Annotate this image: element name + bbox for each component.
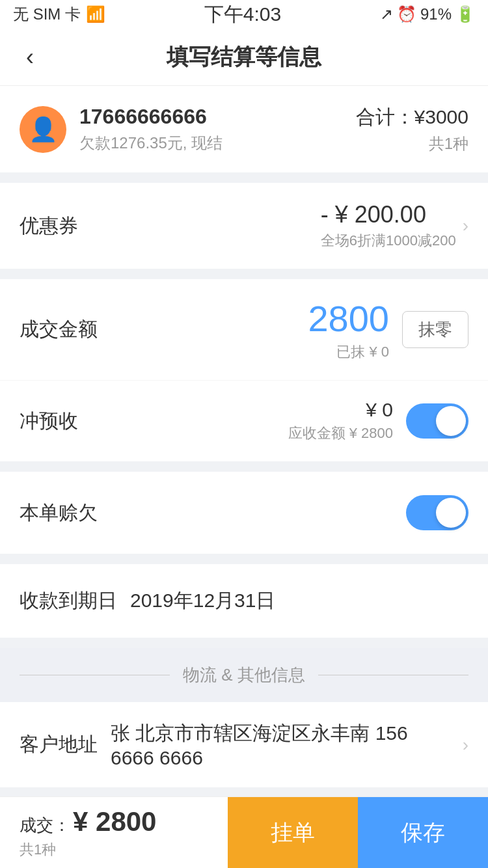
address-chevron-icon: › bbox=[463, 735, 468, 755]
address-label: 客户地址 bbox=[20, 731, 98, 758]
amount-row: 成交金额 2800 已抹 ¥ 0 抹零 bbox=[0, 279, 488, 381]
save-button[interactable]: 保存 bbox=[358, 797, 488, 869]
bottom-count: 共1种 bbox=[20, 840, 208, 860]
prepay-value: ¥ 0 bbox=[288, 399, 393, 421]
coupon-chevron-icon: › bbox=[463, 215, 468, 236]
hang-button[interactable]: 挂单 bbox=[228, 797, 358, 869]
debt-row: 本单赊欠 bbox=[0, 472, 488, 554]
customer-card: 👤 17666666666 欠款1276.35元, 现结 合计：¥3000 共1… bbox=[0, 86, 488, 172]
address-row[interactable]: 客户地址 张 北京市市辖区海淀区永丰南 156 6666 6666 › bbox=[0, 702, 488, 787]
prepay-sub: 应收金额 ¥ 2800 bbox=[288, 424, 393, 443]
no-sim-text: 无 SIM 卡 bbox=[13, 4, 81, 25]
battery-text: 91% bbox=[420, 5, 452, 23]
coupon-row[interactable]: 优惠券 - ¥ 200.00 全场6折满1000减200 › bbox=[0, 183, 488, 269]
bottom-summary: 成交： ¥ 2800 共1种 bbox=[0, 806, 228, 860]
amount-section: 成交金额 2800 已抹 ¥ 0 抹零 冲预收 ¥ 0 应收金额 ¥ 2800 bbox=[0, 279, 488, 461]
status-right: ↗ ⏰ 91% 🔋 bbox=[380, 5, 475, 23]
debt-toggle[interactable] bbox=[406, 495, 468, 530]
coupon-discount: - ¥ 200.00 bbox=[321, 201, 456, 228]
amount-value: 2800 bbox=[308, 297, 389, 340]
debt-toggle-knob bbox=[436, 498, 466, 528]
content-area: 👤 17666666666 欠款1276.35元, 现结 合计：¥3000 共1… bbox=[0, 86, 488, 868]
status-bar: 无 SIM 卡 📶 下午4:03 ↗ ⏰ 91% 🔋 bbox=[0, 0, 488, 29]
battery-icon: 🔋 bbox=[455, 5, 475, 23]
avatar-icon: 👤 bbox=[29, 116, 58, 143]
avatar: 👤 bbox=[20, 106, 66, 153]
bottom-price: ¥ 2800 bbox=[73, 806, 156, 837]
address-value: 张 北京市市辖区海淀区永丰南 156 6666 6666 bbox=[98, 720, 463, 769]
status-left: 无 SIM 卡 📶 bbox=[13, 4, 105, 25]
duedate-label: 收款到期日 bbox=[20, 588, 117, 614]
nav-bar: ‹ 填写结算等信息 bbox=[0, 29, 488, 86]
amount-label: 成交金额 bbox=[20, 316, 98, 343]
toggle-knob bbox=[436, 406, 466, 436]
total-count: 共1种 bbox=[356, 133, 468, 154]
coupon-label: 优惠券 bbox=[20, 213, 78, 239]
amount-sub: 已抹 ¥ 0 bbox=[308, 342, 389, 362]
duedate-row: 收款到期日 2019年12月31日 bbox=[0, 564, 488, 638]
wifi-icon: 📶 bbox=[86, 5, 105, 23]
prepay-right: ¥ 0 应收金额 ¥ 2800 bbox=[288, 399, 468, 443]
divider-line-left bbox=[20, 675, 170, 675]
status-time: 下午4:03 bbox=[204, 1, 281, 28]
coupon-detail: 全场6折满1000减200 bbox=[321, 231, 456, 251]
customer-phone: 17666666666 bbox=[79, 105, 223, 129]
prepay-row: 冲预收 ¥ 0 应收金额 ¥ 2800 bbox=[0, 381, 488, 461]
alarm-icon: ⏰ bbox=[397, 5, 416, 23]
direction-icon: ↗ bbox=[380, 5, 393, 23]
amount-right: 2800 已抹 ¥ 0 抹零 bbox=[308, 297, 468, 362]
prepay-amount: ¥ 0 应收金额 ¥ 2800 bbox=[288, 399, 393, 443]
prepay-label: 冲预收 bbox=[20, 408, 78, 435]
customer-info: 17666666666 欠款1276.35元, 现结 bbox=[79, 105, 223, 154]
logistics-divider: 物流 & 其他信息 bbox=[0, 648, 488, 702]
bottom-bar: 成交： ¥ 2800 共1种 挂单 保存 bbox=[0, 796, 488, 868]
page-title: 填写结算等信息 bbox=[167, 42, 321, 72]
divider-line-right bbox=[318, 675, 468, 675]
debt-label: 本单赊欠 bbox=[20, 500, 98, 526]
prepay-toggle[interactable] bbox=[406, 403, 468, 439]
total-amount: 合计：¥3000 bbox=[356, 104, 468, 131]
back-button[interactable]: ‹ bbox=[20, 37, 40, 77]
round-button[interactable]: 抹零 bbox=[402, 311, 468, 348]
coupon-right: - ¥ 200.00 全场6折满1000减200 › bbox=[321, 201, 468, 251]
bottom-deal-label: 成交： bbox=[20, 814, 70, 837]
duedate-value: 2019年12月31日 bbox=[130, 588, 275, 614]
customer-right: 合计：¥3000 共1种 bbox=[356, 104, 468, 154]
customer-left: 👤 17666666666 欠款1276.35元, 现结 bbox=[20, 105, 223, 154]
logistics-label: 物流 & 其他信息 bbox=[183, 664, 305, 686]
customer-debt: 欠款1276.35元, 现结 bbox=[79, 133, 223, 154]
